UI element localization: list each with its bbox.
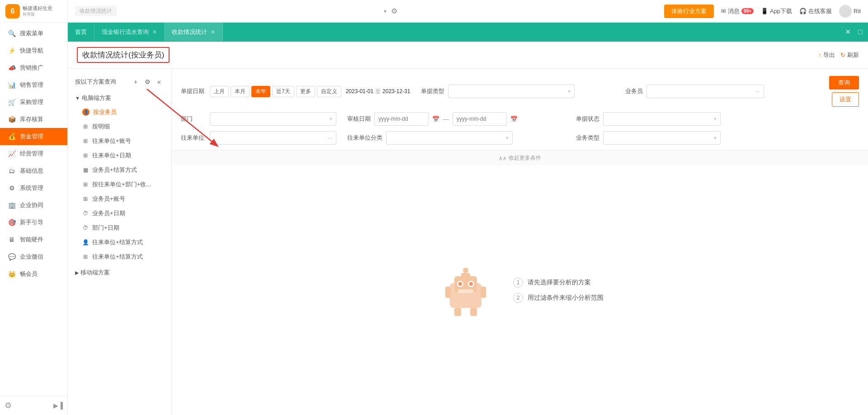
page-header: 收款情况统计(按业务员) ↑ 导出 ↻ 刷新: [68, 42, 868, 69]
tab-close-window-btn[interactable]: ✕: [843, 26, 853, 38]
review-date-from[interactable]: [374, 112, 429, 126]
date-btn-last-month[interactable]: 上月: [210, 86, 229, 97]
scheme-item-by-staff[interactable]: 👤 按业务员: [68, 105, 171, 119]
tab-home[interactable]: 首页: [68, 23, 94, 41]
svg-rect-11: [461, 273, 470, 278]
review-date-to[interactable]: [453, 112, 507, 126]
dropdown-arrow-icon[interactable]: ▾: [384, 8, 387, 14]
page-actions: ↑ 导出 ↻ 刷新: [819, 51, 859, 59]
svg-rect-8: [481, 287, 486, 298]
tab-receipt-stat[interactable]: 收款情况统计 ✕: [165, 23, 223, 41]
sidebar-item-hardware[interactable]: 🖥 智能硬件: [0, 231, 67, 248]
calendar2-icon[interactable]: 📅: [510, 116, 518, 123]
tab-bank-flow[interactable]: 现金银行流水查询 ✕: [94, 23, 165, 41]
sidebar-item-finance[interactable]: 💰 资金管理: [0, 128, 67, 145]
person2-icon: 👤: [82, 239, 89, 245]
scheme-item-by-unit-settle1[interactable]: 👤 往来单位+结算方式: [68, 235, 171, 250]
tab-bar: 首页 现金银行流水查询 ✕ 收款情况统计 ✕ ✕ □: [68, 23, 868, 42]
hardware-icon: 🖥: [7, 236, 16, 243]
user-avatar[interactable]: Rit: [839, 5, 861, 18]
dept-dropdown[interactable]: ▾: [210, 112, 336, 126]
sidebar-item-label: 资金管理: [20, 132, 43, 141]
content-area: 按以下方案查询 + ⚙ « ▼ 电脑端方案 👤: [68, 69, 868, 415]
online-service-btn[interactable]: 🎧 在线客服: [799, 7, 832, 15]
scheme-item-by-staff-date[interactable]: ⏱ 业务员+日期: [68, 206, 171, 221]
collapse-bar[interactable]: ∧∧ 收起更多条件: [172, 150, 868, 165]
settings-button[interactable]: 设置: [832, 92, 859, 107]
staff-dropdown[interactable]: ···: [646, 85, 764, 98]
scheme-item-by-unit-account[interactable]: ⊞ 往来单位+账号: [68, 134, 171, 148]
scheme-item-by-unit-settle2-label: 往来单位+结算方式: [92, 253, 143, 261]
scheme-item-by-unit-settle2[interactable]: ⊞ 往来单位+结算方式: [68, 250, 171, 264]
tab-close-icon[interactable]: ✕: [152, 29, 157, 35]
header-left: 收款情况统计: [75, 6, 117, 16]
app-download-label: App下载: [770, 7, 792, 15]
app-download-btn[interactable]: 📱 App下载: [761, 7, 792, 15]
calendar-icon[interactable]: 📅: [432, 116, 439, 123]
sidebar-item-quick-nav[interactable]: ⚡ 快捷导航: [0, 42, 67, 59]
sidebar-item-purchase[interactable]: 🛒 采购管理: [0, 94, 67, 111]
filter-area: 单据日期 上月 本月 本年 近7天 更多 自定义 2023-01-01 至 20…: [172, 69, 868, 150]
sidebar-item-sales[interactable]: 📊 销售管理: [0, 76, 67, 94]
date-btn-7days[interactable]: 近7天: [272, 86, 294, 97]
scheme-group-mobile-header[interactable]: ▶ 移动端方案: [68, 266, 171, 279]
staff-more-icon[interactable]: ···: [755, 88, 760, 94]
scheme-group-desktop: ▼ 电脑端方案 👤 按业务员 ⊞ 按明细 ⊞ 往来单位+账号: [68, 91, 171, 264]
sidebar-item-search[interactable]: 🔍 搜索菜单: [0, 25, 67, 42]
chevron-right-icon: ▶: [75, 270, 79, 276]
sidebar-item-label: 搜索菜单: [20, 29, 43, 38]
expand-icon[interactable]: ▶▐: [53, 402, 63, 409]
scheme-item-by-dept-date[interactable]: ⏱ 部门+日期: [68, 221, 171, 235]
counterpart-category-dropdown[interactable]: ▾: [386, 131, 513, 145]
trial-button[interactable]: 体验行业方案: [664, 5, 714, 18]
date-btn-this-month[interactable]: 本月: [231, 86, 250, 97]
sidebar-item-member[interactable]: 👑 畅会员: [0, 265, 67, 283]
scheme-add-btn[interactable]: +: [131, 77, 141, 87]
sidebar: 6 畅捷通好生意 标准版 🔍 搜索菜单 ⚡ 快捷导航 📣 营销推广 📊 销售管理…: [0, 0, 68, 415]
gear-icon[interactable]: ⚙: [391, 7, 397, 15]
sidebar-item-business[interactable]: 📈 经营管理: [0, 145, 67, 162]
bill-type-dropdown[interactable]: ▾: [448, 85, 575, 98]
filter-counterpart-category: 往来单位分类 ▾: [347, 131, 565, 145]
sidebar-item-wechat[interactable]: 💬 企业微信: [0, 248, 67, 265]
tab-close-active-icon[interactable]: ✕: [211, 29, 215, 35]
filter-row-3: 往来单位 ··· 往来单位分类 ▾: [181, 131, 859, 145]
scheme-item-by-staff-settle[interactable]: ▦ 业务员+结算方式: [68, 163, 171, 177]
query-panel: 单据日期 上月 本月 本年 近7天 更多 自定义 2023-01-01 至 20…: [172, 69, 868, 415]
business-type-dropdown[interactable]: ▾: [603, 131, 721, 145]
sidebar-item-label: 快捷导航: [20, 47, 43, 55]
sidebar-item-inventory[interactable]: 📦 库存核算: [0, 111, 67, 128]
sidebar-item-enterprise[interactable]: 🏢 企业协同: [0, 197, 67, 214]
sidebar-item-label: 系统管理: [20, 184, 43, 192]
notification-btn[interactable]: ✉ 消息 99+: [721, 7, 754, 15]
table3-icon: ⊞: [82, 152, 89, 159]
export-btn[interactable]: ↑ 导出: [819, 51, 835, 59]
date-btn-custom[interactable]: 自定义: [317, 86, 341, 97]
sidebar-item-guide[interactable]: 🎯 新手引导: [0, 214, 67, 231]
counterpart-more-icon[interactable]: ···: [328, 135, 332, 141]
scheme-group-desktop-header[interactable]: ▼ 电脑端方案: [68, 91, 171, 105]
settings-icon[interactable]: ⚙: [5, 401, 12, 410]
scheme-item-by-unit-dept-recv[interactable]: ⊞ 按往来单位+部门+收...: [68, 177, 171, 192]
download-icon: 📱: [761, 8, 768, 14]
step-num-2: 2: [513, 293, 523, 303]
counterpart-dropdown[interactable]: ···: [210, 131, 336, 145]
bill-status-dropdown[interactable]: ▾: [603, 112, 721, 126]
scheme-collapse-btn[interactable]: «: [154, 77, 164, 87]
date-btn-this-year[interactable]: 本年: [251, 86, 270, 97]
sidebar-item-basic[interactable]: 🗂 基础信息: [0, 162, 67, 179]
sidebar-item-marketing[interactable]: 📣 营销推广: [0, 59, 67, 76]
tab-maximize-btn[interactable]: □: [856, 26, 864, 38]
scheme-settings-btn[interactable]: ⚙: [142, 77, 152, 87]
sidebar-item-label: 经营管理: [20, 150, 43, 158]
date-label: 单据日期: [181, 87, 206, 95]
scheme-item-by-unit-date[interactable]: ⊞ 往来单位+日期: [68, 148, 171, 163]
scheme-item-by-detail[interactable]: ⊞ 按明细: [68, 119, 171, 134]
step-1-label: 请先选择要分析的方案: [528, 278, 591, 287]
scheme-item-by-staff-account[interactable]: ⊞ 业务员+账号: [68, 192, 171, 206]
refresh-btn[interactable]: ↻ 刷新: [840, 51, 859, 59]
query-button[interactable]: 查询: [829, 76, 859, 90]
sidebar-item-system[interactable]: ⚙ 系统管理: [0, 179, 67, 197]
sidebar-item-label: 企业协同: [20, 201, 43, 209]
date-btn-more[interactable]: 更多: [296, 86, 315, 97]
